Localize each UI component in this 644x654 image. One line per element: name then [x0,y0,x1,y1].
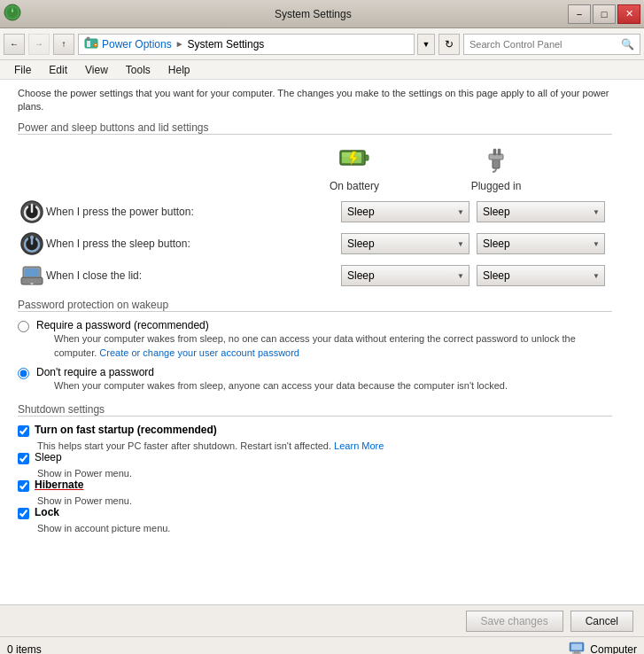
sleep-checkbox[interactable] [18,453,29,464]
lock-label[interactable]: Lock [35,506,59,518]
up-button[interactable]: ↑ [53,34,74,55]
require-password-row: Require a password (recommended) When yo… [18,319,612,361]
sleep-button-plugged-select[interactable]: Sleep Do nothing Hibernate [477,233,605,254]
no-password-radio[interactable] [18,368,29,379]
section2-title: Password protection on wakeup [18,299,168,311]
app-icon [4,4,21,25]
cancel-button[interactable]: Cancel [570,611,633,632]
svg-rect-22 [571,644,582,650]
fast-startup-checkbox[interactable] [18,425,29,437]
lock-row: Lock Show in account picture menu. [18,506,612,533]
minimize-button[interactable]: − [568,4,591,24]
power-button-plugged-dropdown[interactable]: Sleep Do nothing Hibernate Shut down [477,201,605,222]
title-bar: System Settings − □ ✕ [0,0,644,28]
close-button[interactable]: ✕ [617,4,640,24]
back-button[interactable]: ← [4,34,25,55]
battery-label: On battery [330,180,379,192]
section1-header: Power and sleep buttons and lid settings [18,121,612,135]
svg-rect-3 [87,41,90,47]
power-table-header: On battery Plugged in [18,142,612,192]
hibernate-label[interactable]: Hibernate [35,479,83,491]
menu-view[interactable]: View [78,62,115,78]
main-content: Choose the power settings that you want … [0,80,644,604]
svg-rect-4 [87,37,89,40]
window-title: System Settings [275,8,352,20]
power-button-battery-select[interactable]: Sleep Do nothing Hibernate Shut down [341,201,469,222]
address-arrow: ► [175,39,184,49]
power-button-label: When I press the power button: [46,206,341,218]
sleep-button-battery-select[interactable]: Sleep Do nothing Hibernate [341,233,469,254]
fast-startup-desc-text: This helps start your PC faster after sh… [37,440,334,451]
fast-startup-desc: This helps start your PC faster after sh… [37,440,612,451]
require-password-desc: When your computer wakes from sleep, no … [54,331,612,361]
lid-plugged-select[interactable]: Sleep Do nothing Hibernate Shut down [477,265,605,286]
lid-battery-dropdown[interactable]: Sleep Do nothing Hibernate Shut down [341,265,469,286]
no-password-label[interactable]: Don't require a password [36,366,154,378]
sleep-button-row: When I press the sleep button: Sleep Do … [18,231,612,256]
refresh-button[interactable]: ↻ [438,34,460,55]
svg-rect-12 [493,149,496,155]
menu-bar: File Edit View Tools Help [0,60,644,80]
items-count: 0 items [7,643,42,655]
fast-startup-label[interactable]: Turn on fast startup (recommended) [35,424,217,436]
svg-rect-13 [498,149,500,155]
sleep-button-battery-dropdown[interactable]: Sleep Do nothing Hibernate [341,233,469,254]
address-bar: ← → ↑ Power Options ► System Settings ▼ … [0,28,644,60]
save-changes-button[interactable]: Save changes [466,611,563,632]
require-password-label[interactable]: Require a password (recommended) [36,319,209,331]
power-button-battery-dropdown[interactable]: Sleep Do nothing Hibernate Shut down [341,201,469,222]
power-button-icon [18,199,46,224]
fast-startup-row: Turn on fast startup (recommended) This … [18,424,612,451]
address-icon [84,35,98,52]
address-current: System Settings [188,38,265,51]
top-notice: Choose the power settings that you want … [18,87,612,114]
address-power-options[interactable]: Power Options [102,38,172,51]
lid-icon [18,263,46,288]
power-button-plugged-select[interactable]: Sleep Do nothing Hibernate Shut down [477,201,605,222]
menu-file[interactable]: File [7,62,38,78]
sleep-row: Sleep Show in Power menu. [18,451,612,479]
menu-edit[interactable]: Edit [42,62,74,78]
hibernate-checkbox[interactable] [18,480,29,492]
svg-rect-7 [365,155,369,160]
battery-column-header: On battery [283,142,425,192]
maximize-button[interactable]: □ [593,4,616,24]
lid-battery-select[interactable]: Sleep Do nothing Hibernate Shut down [341,265,469,286]
no-password-row: Don't require a password When your compu… [18,366,612,393]
svg-rect-20 [25,269,39,276]
lid-plugged-dropdown[interactable]: Sleep Do nothing Hibernate Shut down [477,265,605,286]
search-box: 🔍 [463,34,640,55]
no-password-desc: When your computer wakes from sleep, any… [54,378,508,393]
menu-tools[interactable]: Tools [119,62,158,78]
search-icon: 🔍 [621,38,634,51]
computer-label: Computer [590,643,637,655]
sleep-label[interactable]: Sleep [35,451,62,463]
forward-button[interactable]: → [28,34,50,55]
menu-help[interactable]: Help [161,62,198,78]
hibernate-desc: Show in Power menu. [37,495,612,506]
bottom-buttons: Save changes Cancel [0,604,644,636]
status-right: Computer [569,642,637,654]
sleep-button-label: When I press the sleep button: [46,237,341,250]
search-input[interactable] [469,39,617,50]
address-path: Power Options ► System Settings [78,34,415,55]
shutdown-section: Shutdown settings Turn on fast startup (… [18,403,612,533]
sleep-button-plugged-dropdown[interactable]: Sleep Do nothing Hibernate [477,233,605,254]
power-button-row: When I press the power button: Sleep Do … [18,199,612,224]
create-password-link[interactable]: Create or change your user account passw… [99,347,299,358]
plug-icon [480,142,512,176]
pluggedin-label: Plugged in [471,180,522,192]
lid-close-row: When I close the lid: Sleep Do nothing H… [18,263,612,288]
learn-more-link[interactable]: Learn More [334,440,384,451]
window-controls: − □ ✕ [568,4,640,24]
battery-icon [338,142,370,176]
lock-checkbox[interactable] [18,508,29,519]
password-section: Password protection on wakeup Require a … [18,299,612,393]
section3-title: Shutdown settings [18,403,105,416]
pluggedin-column-header: Plugged in [425,142,567,192]
status-bar: 0 items Computer [0,636,644,654]
require-password-radio[interactable] [18,321,29,332]
sleep-button-icon [18,231,46,256]
address-dropdown-btn[interactable]: ▼ [417,34,435,55]
computer-icon [569,642,585,654]
